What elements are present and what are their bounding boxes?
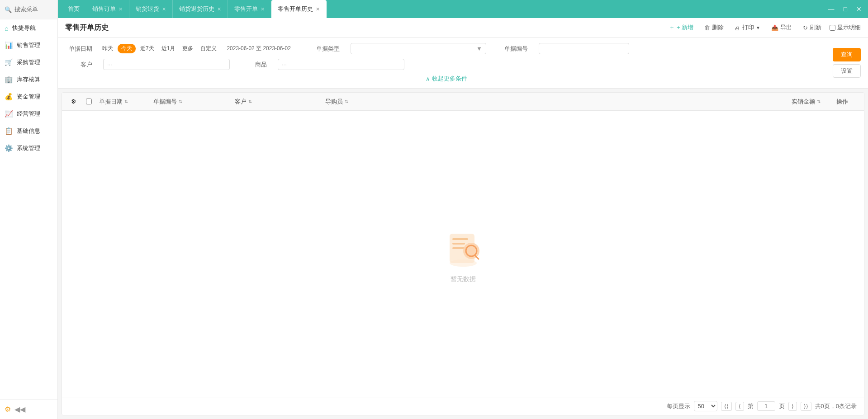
sidebar: 🔍 搜索采单 ⌂ 快捷导航 📊 销售管理 🛒 采购管理 🏢 库存核算 💰 资金管… (0, 0, 58, 419)
delete-button-label: 删除 (712, 24, 724, 32)
date-custom-btn[interactable]: 自定义 (198, 44, 219, 53)
sidebar-item-purchase-mgmt[interactable]: 🛒 采购管理 (0, 54, 57, 71)
column-settings-btn[interactable]: ⚙ (66, 98, 82, 105)
empty-text: 暂无数据 (451, 275, 476, 283)
th-customer[interactable]: 客户 ⇅ (231, 98, 322, 106)
sidebar-bottom: ⚙ ◀◀ (0, 399, 57, 419)
next-page-btn[interactable]: ⟩ (788, 402, 797, 411)
new-button[interactable]: ＋ + 新增 (666, 22, 696, 33)
export-icon: 📤 (771, 24, 778, 31)
customer-filter-input[interactable]: ··· (103, 59, 230, 70)
select-all-checkbox-cell[interactable] (82, 99, 95, 104)
date-more-btn[interactable]: 更多 (180, 44, 196, 53)
goods-dots-icon: ··· (282, 61, 287, 68)
export-button[interactable]: 📤 导出 (768, 22, 795, 33)
sidebar-item-operations[interactable]: 📈 经营管理 (0, 105, 57, 122)
tab-close-icon[interactable]: ✕ (261, 6, 265, 12)
tab-sales-return[interactable]: 销货退货 ✕ (129, 0, 173, 18)
print-button[interactable]: 🖨 打印 ▼ (732, 22, 763, 33)
display-detail-checkbox-area[interactable]: 显示明细 (830, 24, 861, 32)
display-detail-checkbox[interactable] (830, 25, 835, 31)
maximize-button[interactable]: □ (841, 5, 850, 14)
delete-button[interactable]: 🗑 删除 (702, 22, 726, 33)
collapse-filter-btn[interactable]: ∧ 收起更多条件 (65, 75, 827, 83)
settings-icon: ⚙ (71, 98, 76, 105)
close-button[interactable]: ✕ (854, 5, 864, 14)
tab-close-icon[interactable]: ✕ (119, 6, 123, 12)
cart-icon: 🛒 (5, 58, 13, 66)
tab-sales-return-label: 销货退货 (136, 5, 159, 13)
sidebar-item-basic-info[interactable]: 📋 基础信息 (0, 122, 57, 140)
tab-bar: 首页 销售订单 ✕ 销货退货 ✕ 销货退货历史 ✕ 零售开单 ✕ 零售开单历史 … (58, 0, 868, 18)
tab-close-icon[interactable]: ✕ (162, 6, 166, 12)
th-date-label: 单据日期 (99, 98, 123, 106)
tab-sales-return-history-label: 销货退货历史 (179, 5, 214, 13)
display-detail-label: 显示明细 (837, 24, 861, 32)
filter-settings-button[interactable]: 设置 (833, 64, 861, 78)
minimize-button[interactable]: — (825, 5, 837, 14)
goods-filter-input[interactable]: ··· (278, 59, 404, 70)
th-guide[interactable]: 导购员 ⇅ (322, 98, 376, 106)
th-date[interactable]: 单据日期 ⇅ (95, 98, 150, 106)
sidebar-item-label: 库存核算 (17, 75, 40, 84)
page-number-input[interactable] (757, 401, 775, 411)
th-actions-label: 操作 (836, 98, 848, 106)
total-info: 共0页，0条记录 (815, 402, 857, 410)
tab-home-label: 首页 (68, 5, 80, 13)
tab-close-icon[interactable]: ✕ (217, 6, 221, 12)
sort-guide-icon: ⇅ (345, 99, 348, 104)
export-button-label: 导出 (780, 24, 792, 32)
toolbar-actions: ＋ + 新增 🗑 删除 🖨 打印 ▼ 📤 导出 ↻ (666, 22, 861, 33)
sidebar-item-sales-mgmt[interactable]: 📊 销售管理 (0, 37, 57, 54)
filter-row-1: 单据日期 昨天 今天 近7天 近1月 更多 自定义 2023-06-02 至 2… (65, 43, 827, 54)
sidebar-search[interactable]: 🔍 搜索采单 (0, 0, 57, 19)
filter-right: 查询 设置 (827, 43, 861, 83)
main-area: 首页 销售订单 ✕ 销货退货 ✕ 销货退货历史 ✕ 零售开单 ✕ 零售开单历史 … (58, 0, 868, 419)
toolbar: 零售开单历史 ＋ + 新增 🗑 删除 🖨 打印 ▼ 📤 导出 (58, 18, 868, 38)
sidebar-item-inventory[interactable]: 🏢 库存核算 (0, 71, 57, 88)
sort-date-icon: ⇅ (124, 99, 128, 104)
money-icon: 💰 (5, 93, 13, 101)
type-filter-select[interactable]: ▼ (351, 43, 486, 54)
date-yesterday-btn[interactable]: 昨天 (100, 44, 116, 53)
date-1month-btn[interactable]: 近1月 (159, 44, 178, 53)
sidebar-item-system[interactable]: ⚙️ 系统管理 (0, 140, 57, 157)
page-size-select[interactable]: 10 20 50 100 (694, 401, 717, 411)
per-page-label: 每页显示 (667, 402, 690, 410)
num-filter-input[interactable] (539, 43, 629, 54)
sidebar-collapse-button[interactable]: ◀◀ (14, 405, 25, 414)
filter-section: 单据日期 昨天 今天 近7天 近1月 更多 自定义 2023-06-02 至 2… (65, 43, 861, 83)
tab-retail-open[interactable]: 零售开单 ✕ (228, 0, 271, 18)
operations-icon: 📈 (5, 110, 13, 118)
table-container: ⚙ 单据日期 ⇅ 单据编号 ⇅ 客户 ⇅ 导购员 (62, 92, 864, 415)
refresh-button[interactable]: ↻ 刷新 (800, 22, 824, 33)
sidebar-item-finance[interactable]: 💰 资金管理 (0, 88, 57, 105)
filter-row-2: 客户 ··· 商品 ··· (65, 59, 827, 70)
tab-home[interactable]: 首页 (62, 0, 86, 18)
print-button-label: 打印 (742, 24, 754, 32)
page-content: 零售开单历史 ＋ + 新增 🗑 删除 🖨 打印 ▼ 📤 导出 (58, 18, 868, 419)
tab-close-icon[interactable]: ✕ (316, 6, 320, 12)
last-page-btn[interactable]: ⟩⟩ (801, 402, 811, 411)
select-all-checkbox[interactable] (86, 99, 92, 104)
refresh-icon: ↻ (803, 24, 808, 31)
refresh-button-label: 刷新 (810, 24, 821, 32)
date-7days-btn[interactable]: 近7天 (138, 44, 157, 53)
dots-icon: ··· (107, 61, 112, 68)
new-button-label: + 新增 (677, 24, 693, 32)
sidebar-item-label: 快捷导航 (12, 24, 36, 32)
settings-gear-button[interactable]: ⚙ (5, 405, 11, 414)
date-today-btn[interactable]: 今天 (118, 44, 136, 53)
tab-sales-return-history[interactable]: 销货退货历史 ✕ (173, 0, 228, 18)
window-buttons: — □ ✕ (825, 5, 864, 14)
prev-page-btn[interactable]: ⟨ (735, 402, 744, 411)
tab-retail-open-history[interactable]: 零售开单历史 ✕ (271, 0, 327, 18)
sidebar-item-quick-nav[interactable]: ⌂ 快捷导航 (0, 19, 57, 37)
th-amount[interactable]: 实销金额 ⇅ (770, 98, 824, 106)
query-button[interactable]: 查询 (833, 48, 861, 61)
first-page-btn[interactable]: ⟨⟨ (721, 402, 732, 411)
th-num[interactable]: 单据编号 ⇅ (150, 98, 231, 106)
tab-sales-order[interactable]: 销售订单 ✕ (86, 0, 129, 18)
page-prefix-label: 第 (748, 402, 754, 410)
print-icon: 🖨 (735, 24, 740, 31)
